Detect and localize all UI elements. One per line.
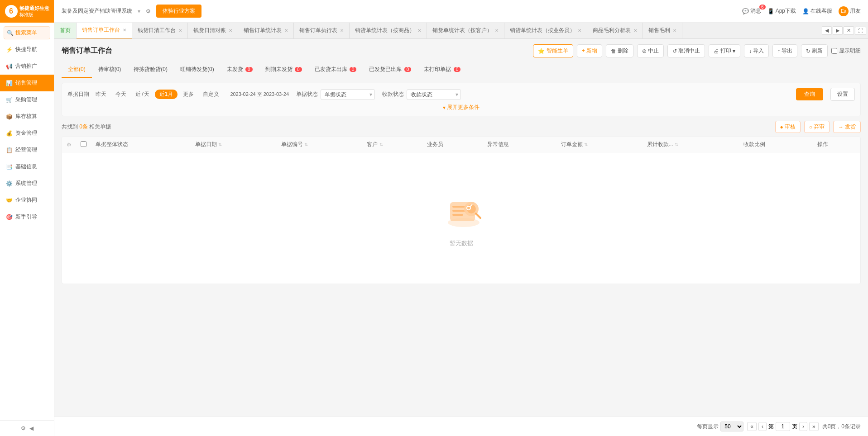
date-opt-custom[interactable]: 自定义 — [199, 90, 223, 99]
sidebar-item-finance[interactable]: 💰 资金管理 — [0, 125, 54, 142]
import-button[interactable]: ↓ 导入 — [744, 44, 769, 57]
tab-sales-summary-customer[interactable]: 销货单统计表（按客户） ✕ — [427, 23, 504, 39]
tab-home[interactable]: 首页 — [54, 23, 77, 39]
sidebar-item-inventory[interactable]: 📦 库存核算 — [0, 108, 54, 125]
tab-fullscreen-btn[interactable]: ⛶ — [855, 27, 866, 35]
tab-cash-daily-close[interactable]: ✕ — [178, 28, 182, 33]
expand-more-btn[interactable]: ▾ 展开更多条件 — [67, 104, 855, 111]
th-abnormal: 异常信息 — [483, 137, 556, 152]
per-page-select[interactable]: 50 20 100 — [720, 422, 743, 431]
filter-tab-expired-not-shipped[interactable]: 到期未发货 0 — [259, 62, 308, 78]
tab-scroll-left-btn[interactable]: ◀ — [822, 26, 832, 35]
th-customer[interactable]: 客户 ⇅ — [362, 137, 422, 152]
page-next-btn[interactable]: › — [799, 422, 807, 431]
tab-sales-summary-product-close[interactable]: ✕ — [417, 28, 421, 33]
settings-bottom-btn[interactable]: ⚙ — [21, 425, 26, 431]
date-opt-7days[interactable]: 近7天 — [132, 90, 153, 99]
sidebar-item-enterprise[interactable]: 🤝 企业协同 — [0, 192, 54, 209]
filter-tab-shipped-out[interactable]: 已发货已出库 0 — [363, 62, 417, 78]
tab-scroll-right-btn[interactable]: ▶ — [833, 26, 843, 35]
page-last-btn[interactable]: » — [809, 422, 819, 431]
page-first-btn[interactable]: « — [747, 422, 757, 431]
page-prev-btn[interactable]: ‹ — [758, 422, 767, 431]
tab-sales-summary-staff[interactable]: 销货单统计表（按业务员） ✕ — [504, 23, 587, 39]
filter-tab-wangpu-pending[interactable]: 旺铺待发货(0) — [174, 62, 221, 78]
app-download-button[interactable]: 📱 App下载 — [767, 7, 796, 15]
tab-sales-exec[interactable]: 销售订单执行表 ✕ — [294, 23, 350, 39]
search-button[interactable]: 查询 — [796, 88, 823, 100]
th-amount[interactable]: 订单金额 ⇅ — [556, 137, 643, 152]
show-detail-checkbox[interactable]: 显示明细 — [831, 47, 861, 55]
tab-sales-more-close[interactable]: ✕ — [673, 28, 676, 33]
ship-button[interactable]: → 发货 — [833, 121, 861, 133]
sidebar-item-guide[interactable]: 🎯 新手引导 — [0, 209, 54, 225]
tab-sales-more[interactable]: 销售毛利 ✕ — [643, 23, 682, 39]
th-number[interactable]: 单据编号 ⇅ — [277, 137, 363, 152]
collapse-sidebar-btn[interactable]: ◀ — [29, 425, 34, 431]
tab-sales-workbench[interactable]: 销售订单工作台 ✕ — [77, 23, 132, 39]
delete-button[interactable]: 🗑 删除 — [606, 44, 633, 57]
filter-tab-pending-inspection[interactable]: 待拣货验货(0) — [127, 62, 174, 78]
filter-tab-not-shipped[interactable]: 未发货 0 — [221, 62, 259, 78]
tab-cash-reconcile-close[interactable]: ✕ — [229, 28, 232, 33]
sidebar-item-label: 系统管理 — [15, 180, 37, 187]
sidebar-item-operations[interactable]: 📋 经营管理 — [0, 142, 54, 158]
tab-close-btn[interactable]: ✕ — [844, 26, 854, 35]
show-detail-input[interactable] — [831, 48, 837, 54]
filter-tab-expired-badge: 0 — [295, 67, 302, 72]
settings-button[interactable]: 设置 — [830, 88, 855, 101]
sidebar-item-basic[interactable]: 📑 基础信息 — [0, 158, 54, 175]
sidebar-item-sales[interactable]: 📊 销售管理 — [0, 75, 54, 91]
tab-sales-stats[interactable]: 销售订单统计表 ✕ — [238, 23, 294, 39]
cancel-review-button[interactable]: ○ 弃审 — [804, 121, 830, 133]
filter-tab-not-printed[interactable]: 未打印单据 0 — [417, 62, 467, 78]
filter-tab-pending-review[interactable]: 待审核(0) — [92, 62, 128, 78]
date-opt-yesterday[interactable]: 昨天 — [92, 90, 110, 99]
tab-sales-stats-close[interactable]: ✕ — [284, 28, 288, 33]
tab-gross-profit-label: 商品毛利分析表 — [593, 27, 631, 34]
print-button[interactable]: 🖨 打印 ▾ — [709, 44, 740, 57]
export-button[interactable]: ↑ 导出 — [772, 44, 797, 57]
tab-sales-workbench-close[interactable]: ✕ — [123, 28, 126, 33]
column-settings-icon[interactable]: ⚙ — [67, 142, 72, 148]
tab-sales-exec-close[interactable]: ✕ — [340, 28, 344, 33]
tab-gross-profit-close[interactable]: ✕ — [633, 28, 637, 33]
industry-solution-button[interactable]: 体验行业方案 — [156, 5, 201, 18]
tab-sales-summary-staff-close[interactable]: ✕ — [578, 28, 581, 33]
online-service-button[interactable]: 👤 在线客服 — [802, 7, 832, 15]
filter-tab-shipped-not-out[interactable]: 已发货未出库 0 — [308, 62, 363, 78]
th-collected[interactable]: 累计收款... ⇅ — [643, 137, 739, 152]
th-date[interactable]: 单据日期 ⇅ — [191, 137, 277, 152]
sidebar-item-quick-nav[interactable]: ⚡ 快捷导航 — [0, 41, 54, 58]
tab-cash-daily[interactable]: 钱货日清工作台 ✕ — [132, 23, 188, 39]
cancel-stop-button[interactable]: ↺ 取消中止 — [667, 44, 705, 57]
tab-gross-profit[interactable]: 商品毛利分析表 ✕ — [587, 23, 643, 39]
page-number-input[interactable] — [776, 422, 790, 431]
review-button[interactable]: ● 审核 — [775, 121, 801, 133]
enterprise-icon: 🤝 — [5, 197, 13, 204]
sidebar-item-system[interactable]: ⚙️ 系统管理 — [0, 175, 54, 192]
tab-cash-reconcile[interactable]: 钱货日清对账 ✕ — [188, 23, 238, 39]
add-button[interactable]: + 新增 — [577, 44, 602, 57]
tabbar: 首页 销售订单工作台 ✕ 钱货日清工作台 ✕ 钱货日清对账 ✕ 销售订单统计表 … — [54, 23, 868, 39]
date-opt-1month[interactable]: 近1月 — [155, 90, 178, 99]
refresh-button[interactable]: ↻ 刷新 — [801, 44, 828, 57]
tab-sales-stats-label: 销售订单统计表 — [244, 27, 282, 34]
status-select[interactable]: 单据状态 — [321, 89, 375, 100]
stop-button[interactable]: ⊘ 中止 — [637, 44, 664, 57]
sidebar-item-purchase[interactable]: 🛒 采购管理 — [0, 91, 54, 108]
user-menu-button[interactable]: Ea 用友 — [839, 6, 861, 16]
date-opt-more[interactable]: 更多 — [179, 90, 197, 99]
payment-select[interactable]: 收款状态 — [407, 89, 461, 100]
select-all-checkbox[interactable] — [81, 141, 86, 147]
smart-bill-button[interactable]: ⭐ 智能生单 — [533, 44, 573, 57]
topbar-gear-icon[interactable]: ⚙ — [146, 8, 151, 14]
search-menu-button[interactable]: 🔍 搜索菜单 — [4, 26, 50, 39]
filter-tab-all[interactable]: 全部(0) — [62, 62, 92, 78]
sidebar-item-marketing[interactable]: 📢 营销推广 — [0, 58, 54, 75]
sidebar-item-label: 资金管理 — [15, 129, 37, 137]
message-button[interactable]: 💬 消息 6 — [742, 7, 761, 15]
tab-sales-summary-product[interactable]: 销货单统计表（按商品） ✕ — [350, 23, 427, 39]
date-opt-today[interactable]: 今天 — [112, 90, 130, 99]
tab-sales-summary-customer-close[interactable]: ✕ — [495, 28, 499, 33]
